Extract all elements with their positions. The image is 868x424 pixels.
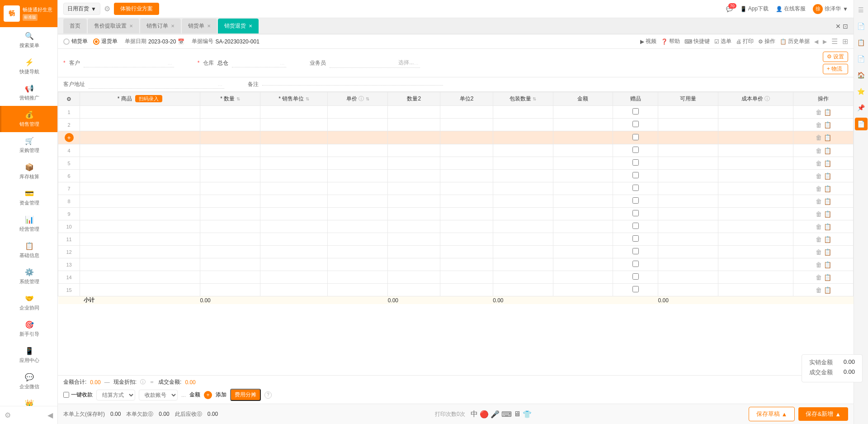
gift-checkbox[interactable] bbox=[632, 108, 639, 114]
qty-cell[interactable] bbox=[200, 119, 260, 131]
delete-row-icon[interactable]: 🗑 bbox=[816, 274, 822, 281]
pack-qty-cell[interactable] bbox=[493, 157, 553, 170]
qty2-cell[interactable] bbox=[388, 131, 440, 144]
available-cell[interactable] bbox=[658, 271, 718, 284]
col-settings[interactable]: ⚙ bbox=[58, 92, 80, 106]
collapse-icon[interactable]: ◀ bbox=[47, 411, 53, 419]
delete-row-icon[interactable]: 🗑 bbox=[816, 248, 822, 256]
unit-price-cell[interactable] bbox=[328, 246, 388, 258]
gift-checkbox[interactable] bbox=[632, 210, 639, 216]
radio-return[interactable]: 退货单 bbox=[93, 38, 118, 45]
amount-cell[interactable] bbox=[553, 157, 613, 170]
right-icon-4[interactable]: 📄 bbox=[855, 52, 868, 65]
gift-checkbox[interactable] bbox=[632, 248, 639, 254]
sale-unit-cell[interactable] bbox=[260, 119, 327, 131]
pack-qty-cell[interactable] bbox=[493, 233, 553, 246]
available-cell[interactable] bbox=[658, 106, 718, 119]
cost-unit-cell[interactable] bbox=[718, 195, 793, 208]
gift-checkbox[interactable] bbox=[632, 121, 639, 127]
amount-cell[interactable] bbox=[553, 195, 613, 208]
goods-cell[interactable] bbox=[80, 246, 200, 258]
qty2-cell[interactable] bbox=[388, 284, 440, 296]
unit-price-cell[interactable] bbox=[328, 170, 388, 182]
tab-sale-price-close[interactable]: ✕ bbox=[129, 24, 133, 29]
warehouse-input[interactable]: ... bbox=[232, 59, 286, 67]
gift-cell[interactable] bbox=[613, 106, 658, 119]
sale-unit-cell[interactable] bbox=[260, 233, 327, 246]
unit2-cell[interactable] bbox=[440, 182, 493, 195]
tab-sales-order-close[interactable]: ✕ bbox=[171, 24, 175, 29]
sale-unit-cell[interactable] bbox=[260, 106, 327, 119]
trial-button[interactable]: 体验行业方案 bbox=[114, 3, 159, 15]
pack-qty-cell[interactable] bbox=[493, 106, 553, 119]
scan-btn[interactable]: 扫码录入 bbox=[135, 95, 162, 102]
tab-home[interactable]: 首页 bbox=[63, 19, 87, 33]
qty-cell[interactable] bbox=[200, 131, 260, 144]
radio-sale[interactable]: 销货单 bbox=[63, 38, 88, 45]
sidebar-item-cooperation[interactable]: 🤝 企业协同 bbox=[0, 290, 57, 316]
qty2-cell[interactable] bbox=[388, 258, 440, 271]
sidebar-item-purchase[interactable]: 🛒 采购管理 bbox=[0, 132, 57, 158]
qty2-cell[interactable] bbox=[388, 208, 440, 220]
online-service-link[interactable]: 👤 在线客服 bbox=[776, 5, 806, 13]
amount-cell[interactable] bbox=[553, 284, 613, 296]
sale-unit-cell[interactable] bbox=[260, 131, 327, 144]
list-view-icon[interactable]: ☰ bbox=[831, 37, 838, 46]
tab-sales-return[interactable]: 销货退货 ✕ bbox=[218, 19, 259, 33]
pack-qty-cell[interactable] bbox=[493, 284, 553, 296]
restore-tab-icon[interactable]: ⊡ bbox=[843, 23, 848, 30]
tab-sales-delivery[interactable]: 销货单 ✕ bbox=[182, 19, 217, 33]
settings-topbar-icon[interactable]: ⚙ bbox=[104, 5, 110, 13]
sale-unit-cell[interactable] bbox=[260, 182, 327, 195]
goods-cell[interactable] bbox=[80, 233, 200, 246]
qty-cell[interactable] bbox=[200, 106, 260, 119]
remark-input[interactable] bbox=[262, 83, 443, 86]
gift-checkbox[interactable] bbox=[632, 172, 639, 178]
copy-row-icon[interactable]: 📋 bbox=[824, 223, 831, 230]
unit-price-cell[interactable] bbox=[328, 157, 388, 170]
address-input[interactable]: ... bbox=[89, 80, 224, 89]
unit-price-cell[interactable] bbox=[328, 182, 388, 195]
gift-checkbox[interactable] bbox=[632, 147, 639, 153]
cost-unit-cell[interactable] bbox=[718, 131, 793, 144]
qty2-cell[interactable] bbox=[388, 271, 440, 284]
sidebar-item-system[interactable]: ⚙️ 系统管理 bbox=[0, 263, 57, 290]
available-cell[interactable] bbox=[658, 258, 718, 271]
copy-row-icon[interactable]: 📋 bbox=[824, 198, 831, 205]
goods-cell[interactable] bbox=[80, 131, 200, 144]
unit2-cell[interactable] bbox=[440, 170, 493, 182]
sidebar-item-shortcut[interactable]: ⚡ 快捷导航 bbox=[0, 53, 57, 80]
qty-cell[interactable] bbox=[200, 258, 260, 271]
help-btn[interactable]: ❓ 帮助 bbox=[661, 38, 680, 45]
settings-bottom-icon[interactable]: ⚙ bbox=[5, 411, 11, 419]
gift-cell[interactable] bbox=[613, 119, 658, 131]
customer-input[interactable]: ... bbox=[84, 59, 174, 67]
unit2-cell[interactable] bbox=[440, 119, 493, 131]
delete-row-icon[interactable]: 🗑 bbox=[816, 147, 822, 154]
unit-price-cell[interactable] bbox=[328, 119, 388, 131]
amount-cell[interactable] bbox=[553, 119, 613, 131]
qty2-cell[interactable] bbox=[388, 144, 440, 157]
save-draft-button[interactable]: 保存草稿 ▲ bbox=[749, 407, 795, 421]
goods-cell[interactable] bbox=[80, 144, 200, 157]
delete-row-icon[interactable]: 🗑 bbox=[816, 210, 822, 218]
goods-cell[interactable] bbox=[80, 106, 200, 119]
unit2-cell[interactable] bbox=[440, 233, 493, 246]
qty-cell[interactable] bbox=[200, 195, 260, 208]
unit-price-cell[interactable] bbox=[328, 233, 388, 246]
gift-cell[interactable] bbox=[613, 271, 658, 284]
copy-row-icon[interactable]: 📋 bbox=[824, 210, 831, 218]
one-click-label[interactable]: 一键收款 bbox=[63, 391, 93, 399]
delete-row-icon[interactable]: 🗑 bbox=[816, 261, 822, 268]
goods-cell[interactable] bbox=[80, 258, 200, 271]
copy-row-icon[interactable]: 📋 bbox=[824, 274, 831, 281]
delete-row-icon[interactable]: 🗑 bbox=[816, 160, 822, 167]
cost-unit-cell[interactable] bbox=[718, 284, 793, 296]
sale-unit-cell[interactable] bbox=[260, 220, 327, 233]
pack-qty-cell[interactable] bbox=[493, 144, 553, 157]
copy-row-icon[interactable]: 📋 bbox=[824, 134, 831, 141]
amount-cell[interactable] bbox=[553, 258, 613, 271]
message-icon-wrap[interactable]: 💬 70 bbox=[726, 6, 733, 12]
one-click-checkbox[interactable] bbox=[63, 392, 69, 398]
copy-row-icon[interactable]: 📋 bbox=[824, 147, 831, 154]
